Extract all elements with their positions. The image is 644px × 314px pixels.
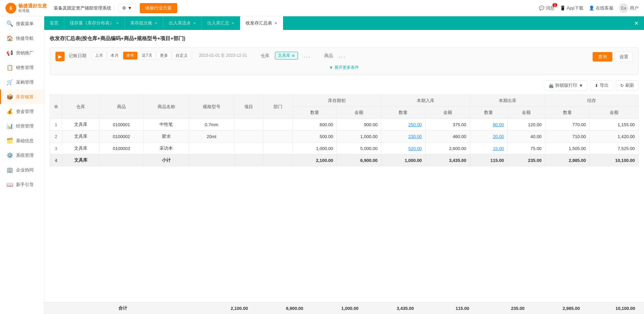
row-spec bbox=[189, 143, 234, 154]
enterprise-icon: 🏢 bbox=[6, 167, 13, 173]
row-balance-qty: 710.00 bbox=[545, 131, 589, 143]
tab-close-batch[interactable]: ✕ bbox=[154, 21, 158, 26]
sidebar-item-basic[interactable]: 🗂️ 基础信息 bbox=[0, 133, 44, 148]
row-out-qty[interactable]: 80.00 bbox=[470, 119, 508, 131]
row-no: 3 bbox=[50, 143, 62, 154]
user-menu[interactable]: Ea 用户 bbox=[619, 3, 639, 13]
opening-qty-header: 数量 bbox=[292, 107, 336, 119]
print-chevron-icon: ▼ bbox=[579, 83, 583, 88]
sidebar-item-marketing[interactable]: 📢 营销推广 bbox=[0, 46, 44, 60]
row-in-qty[interactable]: 250.00 bbox=[381, 119, 425, 131]
sidebar-item-search[interactable]: 🔍 搜索菜单 bbox=[0, 16, 44, 31]
row-out-qty[interactable]: 15.00 bbox=[470, 143, 508, 154]
tab-close-inout-summary[interactable]: ✕ bbox=[231, 21, 234, 26]
name-column-header: 商品名称 bbox=[144, 95, 189, 119]
experience-button[interactable]: 体验行业方案 bbox=[140, 3, 177, 13]
warehouse-name: 文具库 bbox=[278, 53, 290, 59]
filter-expand-arrow[interactable]: ▶ bbox=[55, 52, 65, 61]
tab-batch[interactable]: 库存批次账 ✕ bbox=[125, 16, 163, 30]
sidebar-item-purchase[interactable]: 🛒 采购管理 bbox=[0, 75, 44, 89]
warehouse-more[interactable]: ... bbox=[303, 52, 311, 59]
message-button[interactable]: 💬 消息 6 bbox=[539, 5, 555, 11]
tab-close-inout-flow[interactable]: ✕ bbox=[193, 21, 196, 26]
footer-in-amt: 3,435.00 bbox=[362, 306, 417, 311]
date-btn-more[interactable]: 更多 bbox=[157, 52, 171, 60]
sidebar-item-system[interactable]: ⚙️ 系统管理 bbox=[0, 148, 44, 163]
sales-icon: 📋 bbox=[6, 64, 13, 71]
system-selector[interactable]: ⚙ ▼ bbox=[118, 4, 136, 12]
date-btn-last-month[interactable]: 上月 bbox=[92, 52, 106, 60]
refresh-button[interactable]: ↻ 刷新 bbox=[616, 80, 639, 90]
sidebar-label-quick: 快捷导航 bbox=[16, 35, 34, 42]
tab-inout-summary[interactable]: 出入库汇总 ✕ bbox=[202, 16, 240, 30]
sidebar-label-sales: 销售管理 bbox=[16, 65, 34, 71]
table-row: 4 文具库 小计 2,100.00 6,900.00 1,000.00 3,43… bbox=[50, 154, 639, 166]
tab-inout-summary-label: 出入库汇总 bbox=[207, 20, 229, 26]
tab-inout-flow[interactable]: 出入库流水 ✕ bbox=[163, 16, 202, 30]
sidebar-item-inventory[interactable]: 📦 库存核算 bbox=[0, 89, 44, 104]
footer-bar: 合计 2,100.00 6,900.00 1,000.00 3,435.00 1… bbox=[44, 302, 644, 314]
date-btn-custom[interactable]: 自定义 bbox=[172, 52, 191, 60]
row-balance-amt: 1,155.00 bbox=[590, 119, 639, 131]
tab-receive-summary[interactable]: 收发存汇总表 ✕ bbox=[240, 16, 283, 30]
sidebar-item-finance[interactable]: 💰 资金管理 bbox=[0, 104, 44, 119]
row-out-qty[interactable]: 20.00 bbox=[470, 131, 508, 143]
row-project bbox=[234, 119, 263, 131]
export-label: 导出 bbox=[600, 82, 609, 88]
tab-close-inventory-dist[interactable]: ✕ bbox=[116, 21, 119, 26]
tab-home-label: 首页 bbox=[50, 20, 59, 26]
expand-more-conditions[interactable]: ▼ 展开更多条件 bbox=[329, 65, 359, 70]
row-in-qty[interactable]: 230.00 bbox=[381, 131, 425, 143]
tab-receive-summary-label: 收发存汇总表 bbox=[246, 20, 272, 26]
date-btn-this-month[interactable]: 本月 bbox=[108, 52, 122, 60]
row-warehouse: 文具库 bbox=[62, 131, 99, 143]
sidebar-item-operations[interactable]: 📊 经营管理 bbox=[0, 119, 44, 133]
query-button[interactable]: 查询 bbox=[593, 52, 612, 62]
tab-batch-label: 库存批次账 bbox=[130, 20, 152, 26]
print-button[interactable]: 🖨️ 拆锁版打印 ▼ bbox=[544, 80, 588, 90]
sidebar-item-quick[interactable]: 🏠 快捷导航 bbox=[0, 31, 44, 46]
footer-out-qty: 115.00 bbox=[417, 306, 473, 311]
row-balance-amt: 7,525.00 bbox=[590, 143, 639, 154]
balance-qty-header: 数量 bbox=[545, 107, 589, 119]
goods-more[interactable]: ... bbox=[338, 52, 346, 59]
row-balance-qty: 2,985.00 bbox=[545, 154, 589, 166]
row-opening-qty: 2,100.00 bbox=[292, 154, 336, 166]
settings-button[interactable]: 设置 bbox=[615, 52, 633, 62]
row-in-qty[interactable]: 520.00 bbox=[381, 143, 425, 154]
export-button[interactable]: ⬇ 导出 bbox=[590, 80, 613, 90]
tab-close-receive-summary[interactable]: ✕ bbox=[274, 21, 277, 26]
online-service-button[interactable]: 👤 在线客服 bbox=[589, 5, 613, 11]
toolbar: 🖨️ 拆锁版打印 ▼ ⬇ 导出 ↻ 刷新 bbox=[50, 80, 639, 90]
row-in-amt: 3,435.00 bbox=[426, 154, 470, 166]
date-btn-this-year[interactable]: 本年 bbox=[123, 52, 137, 60]
footer-opening-qty: 2,100.00 bbox=[196, 306, 251, 311]
footer-balance-amt: 10,100.00 bbox=[583, 306, 639, 311]
expand-label: 展开更多条件 bbox=[334, 65, 359, 70]
app-download-button[interactable]: 📱 App下载 bbox=[560, 5, 583, 11]
project-column-header: 项目 bbox=[234, 95, 263, 119]
row-code: 0100003 bbox=[99, 143, 144, 154]
balance-amt-header: 金额 bbox=[590, 107, 639, 119]
sidebar-item-enterprise[interactable]: 🏢 企业协同 bbox=[0, 163, 44, 177]
row-dept bbox=[263, 154, 293, 166]
row-no: 2 bbox=[50, 131, 62, 143]
print-icon: 🖨️ bbox=[548, 83, 554, 88]
row-name: 小计 bbox=[144, 154, 189, 166]
sidebar-item-sales[interactable]: 📋 销售管理 bbox=[0, 60, 44, 75]
goods-filter-label: 商品 bbox=[324, 53, 333, 59]
row-project bbox=[234, 143, 263, 154]
balance-group-header: 结存 bbox=[545, 95, 638, 107]
sidebar-item-newbie[interactable]: 📖 新手引导 bbox=[0, 177, 44, 192]
row-no: 4 bbox=[50, 154, 62, 166]
date-btn-7days[interactable]: 近7天 bbox=[139, 52, 155, 60]
table-settings-header[interactable]: ⚙ bbox=[50, 95, 62, 119]
system-select-icon: ⚙ bbox=[122, 5, 126, 11]
page-title: 收发存汇总表(按仓库+商品编码+商品+规格型号+项目+部门) bbox=[50, 35, 639, 42]
warehouse-remove-icon[interactable]: ✕ bbox=[292, 53, 295, 58]
tab-bar-close[interactable]: ✕ bbox=[629, 20, 644, 27]
in-qty-header: 数量 bbox=[381, 107, 425, 119]
tab-inventory-dist[interactable]: 现存量（库存分布表） ✕ bbox=[64, 16, 125, 30]
tab-home[interactable]: 首页 bbox=[44, 16, 64, 30]
row-project bbox=[234, 131, 263, 143]
